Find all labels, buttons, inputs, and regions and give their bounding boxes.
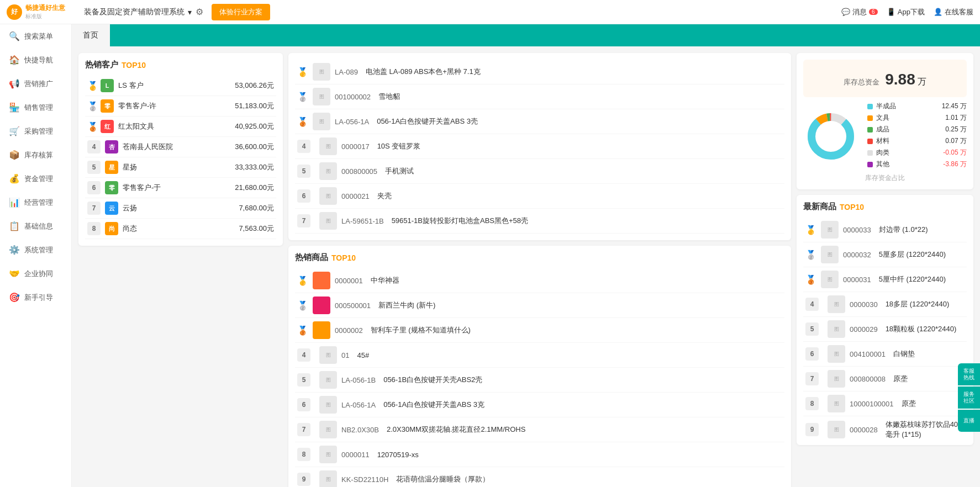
logo-area: 好 畅捷通好生意 标准版	[7, 3, 78, 20]
product-name: 056-1A白色按键开关盖ABS 3克	[383, 400, 782, 410]
customer-value: 51,183.00元	[235, 101, 274, 111]
product-code: 0000031	[843, 276, 871, 284]
rank-number: 7	[297, 214, 310, 227]
customer-avatar: 零	[105, 181, 118, 194]
customer-avatar: 尚	[105, 222, 118, 235]
product-thumbnail: 图	[319, 396, 337, 414]
sidebar-item-operations[interactable]: 📊经营管理	[0, 190, 71, 214]
sidebar-item-basicinfo[interactable]: 📋基础信息	[0, 214, 71, 238]
customer-avatar: L	[101, 79, 114, 92]
customer-value: 7,680.00元	[239, 203, 274, 213]
legend-dot	[867, 104, 873, 109]
product-name: 056-1B白色按键开关壳ABS2壳	[383, 375, 782, 385]
product-code: 0000029	[850, 325, 878, 334]
legend-value: 1.01 万	[945, 113, 967, 123]
sidebar-item-purchase[interactable]: 🛒采购管理	[0, 119, 71, 143]
list-item: 6 图 LA-056-1A 056-1A白色按键开关盖ABS 3克	[295, 393, 784, 417]
service-label: 在线客服	[945, 7, 973, 17]
message-button[interactable]: 💬 消息 6	[841, 7, 878, 17]
float-community-btn[interactable]: 服务 社区	[958, 387, 980, 409]
medal-icon: 🥇	[87, 81, 98, 91]
list-item: 🥇 0000001 中华神器	[295, 268, 784, 293]
product-code: 000800005	[341, 167, 377, 176]
list-item: 7 图 LA-59651-1B 59651-1B旋转投影灯电池盒ABS黑色+58…	[295, 209, 784, 234]
legend-label: 文具	[876, 113, 889, 123]
sidebar-item-cooperation[interactable]: 🤝企业协同	[0, 262, 71, 285]
product-thumbnail: 图	[821, 246, 839, 263]
donut-chart	[803, 109, 858, 164]
sidebar-item-finance[interactable]: 💰资金管理	[0, 167, 71, 190]
sidebar-icon-inventory: 📦	[9, 150, 20, 160]
new-products-list: 🥇 图 0000033 封边带 (1.0*22) 🥈 图 0000032 5厘多…	[803, 218, 967, 438]
chevron-down-icon[interactable]: ▾	[188, 8, 192, 17]
list-item: 6 图 004100001 白钢垫	[803, 342, 967, 367]
product-thumbnail: 图	[828, 345, 845, 363]
product-thumbnail: 图	[319, 470, 337, 487]
float-live-btn[interactable]: 直播	[958, 410, 980, 432]
gear-button[interactable]: ⚙	[192, 4, 207, 20]
chart-area: 半成品 12.45 万 文具 1.01 万 成品 0.25 万 材料 0.07 …	[803, 102, 967, 171]
customer-rank-table: 🥇 L LS 客户 53,006.26元 🥈 零 零售客户-许 51,183.0…	[85, 76, 276, 239]
list-item: 8 图 0000011 12070519-xs	[295, 442, 784, 467]
medal-icon: 🥈	[297, 92, 308, 102]
rank-number: 5	[297, 373, 310, 387]
product-code: 001000002	[335, 93, 371, 101]
sidebar-label-guide: 新手引导	[24, 293, 53, 303]
product-code: 0000028	[850, 426, 878, 434]
float-service-btn[interactable]: 客服 热线	[958, 363, 980, 385]
product-name: 056-1A白色按键开关盖ABS 3壳	[377, 117, 782, 126]
sidebar-item-inventory[interactable]: 📦库存核算	[0, 143, 71, 167]
list-item: 🥈 图 0000032 5厘多层 (1220*2440)	[803, 242, 967, 267]
message-label: 消息	[852, 7, 867, 17]
table-row: 7 云 云扬 7,680.00元	[85, 198, 276, 219]
inventory-unit: 万	[918, 77, 926, 86]
customer-avatar: 红	[101, 120, 114, 133]
sidebar-label-quicknav: 快捷导航	[24, 55, 53, 65]
sidebar: 🔍搜索菜单🏠快捷导航📢营销推广🏪销售管理🛒采购管理📦库存核算💰资金管理📊经营管理…	[0, 24, 72, 487]
list-item: 7 图 000800008 原垄	[803, 367, 967, 391]
tab-home[interactable]: 首页	[72, 24, 110, 46]
product-code: 000800008	[850, 375, 886, 383]
product-thumbnail: 图	[313, 63, 330, 81]
rank-number: 4	[297, 140, 310, 153]
medal-icon: 🥈	[297, 300, 308, 311]
product-name: 12070519-xs	[377, 451, 782, 459]
product-name: 5厘多层 (1220*2440)	[879, 250, 965, 260]
sidebar-item-search[interactable]: 🔍搜索菜单	[0, 24, 71, 48]
product-code: LA-056-1A	[335, 118, 369, 126]
customer-top10-title: 热销客户 TOP10	[85, 60, 276, 70]
product-code: 0000002	[335, 326, 363, 335]
legend-value: 0.07 万	[945, 136, 967, 146]
customer-name: 星扬	[123, 162, 235, 172]
rank-number: 4	[805, 298, 819, 311]
sidebar-item-marketing[interactable]: 📢营销推广	[0, 72, 71, 96]
sidebar-icon-marketing: 📢	[9, 78, 20, 89]
rank-number: 8	[297, 448, 310, 461]
app-download-button[interactable]: 📱 App下载	[887, 7, 925, 17]
product-thumbnail: 图	[319, 212, 337, 230]
sidebar-item-quicknav[interactable]: 🏠快捷导航	[0, 48, 71, 72]
trending-card: 🥇 图 LA-089 电池盖 LA-089 ABS本色+黑种 7.1克 🥈 图 …	[288, 53, 791, 240]
rank-number: 7	[297, 423, 310, 436]
product-thumbnail: 图	[313, 88, 330, 105]
list-item: 🥉 图 LA-056-1A 056-1A白色按键开关盖ABS 3壳	[295, 109, 784, 134]
product-name: 10S 变钮罗浆	[377, 141, 782, 151]
sidebar-label-sysmanage: 系统管理	[24, 245, 53, 255]
product-name: 原垄	[893, 374, 965, 384]
inventory-total: 库存总资金 9.88 万	[809, 65, 961, 92]
sidebar-label-inventory: 库存核算	[24, 150, 53, 160]
product-code: 01	[341, 351, 349, 359]
sidebar-item-guide[interactable]: 🎯新手引导	[0, 285, 71, 309]
right-panel: 库存总资金 9.88 万	[797, 53, 973, 487]
svg-point-1	[812, 117, 850, 156]
new-products-title: 最新商品 TOP10	[803, 202, 967, 212]
logo-badge: 标准版	[25, 13, 65, 20]
trial-button[interactable]: 体验行业方案	[212, 4, 270, 20]
inventory-label-text: 库存总资金	[844, 78, 879, 86]
sidebar-item-sysmanage[interactable]: ⚙️系统管理	[0, 238, 71, 262]
product-thumbnail: 图	[828, 295, 845, 313]
online-service-button[interactable]: 👤 在线客服	[934, 7, 973, 17]
product-code: 0000011	[341, 451, 370, 459]
system-selector[interactable]: 装备及固定资产辅助管理系统 ▾	[84, 7, 192, 17]
sidebar-item-sales[interactable]: 🏪销售管理	[0, 96, 71, 119]
